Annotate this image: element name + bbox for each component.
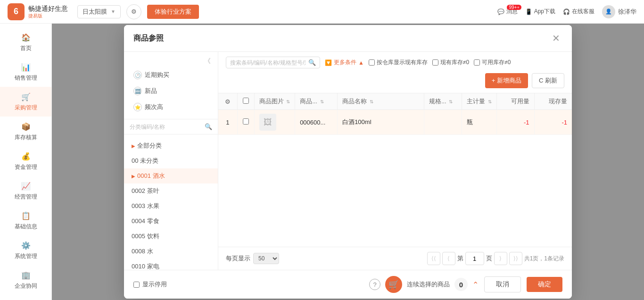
purchase-icon: 🛒	[21, 92, 31, 102]
sidebar-item-inventory[interactable]: 📦 库存核算	[0, 117, 51, 146]
cat-expand-icon: ▶	[132, 143, 135, 149]
logo-area: 6 畅捷通好生意 捷易版	[8, 3, 68, 20]
phone-icon: 📱	[525, 8, 532, 15]
system-icon: ⚙️	[21, 240, 31, 250]
logo-text: 畅捷通好生意 捷易版	[28, 4, 68, 19]
sort-icon-spec: ⇅	[449, 99, 453, 104]
table-header-row: ⚙ 商品图片 ⇅	[218, 93, 572, 110]
settings-gear-icon[interactable]: ⚙	[126, 4, 141, 19]
category-item-0005[interactable]: 0005 饮料	[124, 229, 218, 244]
app-download-nav-item[interactable]: 📱 App下载	[525, 8, 555, 16]
messages-nav-item[interactable]: 💬 消息 99++	[497, 8, 518, 16]
quick-item-recent[interactable]: 🕐 近期购买	[130, 68, 212, 82]
user-area[interactable]: 👤 徐泽华	[602, 5, 636, 18]
row-stock-qty: -1	[534, 110, 572, 135]
quick-item-new[interactable]: 🆕 新品	[130, 84, 212, 98]
per-page-select[interactable]: 50 20 100	[253, 253, 279, 264]
category-list: ▶ 全部分类 00 未分类 ▶ 0001 酒水 0002 茶	[124, 134, 218, 270]
help-icon[interactable]: ?	[369, 279, 380, 290]
category-item-0002[interactable]: 0002 茶叶	[124, 183, 218, 199]
sidebar-item-basics[interactable]: 📋 基础信息	[0, 206, 51, 235]
right-panel: 🔍 🔽 更多条件 ▲ 按仓库显示现有库存	[218, 52, 572, 270]
col-header-settings[interactable]: ⚙	[218, 93, 237, 110]
filter-arrow-icon: ▲	[358, 59, 364, 66]
sidebar-item-operations[interactable]: 📈 经营管理	[0, 176, 51, 206]
shopping-cart-icon[interactable]: 🛒	[385, 276, 402, 293]
left-panel: 《 🕐 近期购买 🆕 新品 ⭐	[124, 52, 218, 270]
sidebar-item-sales[interactable]: 📊 销售管理	[0, 57, 51, 87]
available-stock-checkbox[interactable]: 现有库存≠0	[432, 58, 469, 67]
prev-page-button[interactable]: ⟨	[442, 252, 455, 265]
next-page-button[interactable]: ⟩	[494, 252, 507, 265]
show-disabled-checkbox[interactable]: 显示停用	[133, 280, 167, 289]
sidebar-item-home[interactable]: 🏠 首页	[0, 27, 51, 57]
product-table-container: ⚙ 商品图片 ⇅	[218, 93, 572, 247]
category-item-0003[interactable]: 0003 水果	[124, 199, 218, 214]
col-header-spec: 规格... ⇅	[424, 93, 462, 110]
product-search-input[interactable]	[230, 59, 305, 66]
sidebar-item-guide[interactable]: 🎯 新手引导	[0, 295, 51, 300]
category-search-area: 🔍	[124, 119, 218, 134]
table-row[interactable]: 1 🖼 000600... 白酒100ml	[218, 110, 572, 135]
show-disabled-input[interactable]	[133, 282, 140, 288]
product-table: ⚙ 商品图片 ⇅	[218, 93, 572, 135]
sidebar-item-enterprise[interactable]: 🏢 企业协同	[0, 265, 51, 295]
page-number-input[interactable]	[465, 252, 484, 265]
product-thumbnail: 🖼	[259, 114, 276, 131]
refresh-button[interactable]: C 刷新	[532, 73, 564, 88]
inventory-icon: 📦	[21, 121, 31, 132]
confirm-button[interactable]: 确定	[527, 277, 562, 292]
select-all-checkbox[interactable]	[243, 98, 249, 104]
warehouse-display-checkbox[interactable]: 按仓库显示现有库存	[369, 58, 428, 67]
row-product-name: 白酒100ml	[338, 110, 424, 135]
search-icon[interactable]: 🔍	[308, 59, 316, 66]
col-header-checkbox[interactable]	[237, 93, 254, 110]
cart-collapse-icon[interactable]: ⌃	[472, 280, 479, 289]
modal-body: 《 🕐 近期购买 🆕 新品 ⭐	[124, 52, 572, 270]
category-item-00[interactable]: 00 未分类	[124, 153, 218, 168]
sort-icon-unit: ⇅	[488, 99, 492, 104]
content-area: 商品参照 ✕ 《 🕐 近期购买	[52, 24, 644, 300]
basics-icon: 📋	[21, 210, 31, 221]
category-item-all[interactable]: ▶ 全部分类	[124, 138, 218, 153]
category-item-0010[interactable]: 0010 家电	[124, 259, 218, 270]
toolbar-right: + 新增商品 C 刷新	[485, 73, 564, 88]
clock-icon: 🕐	[133, 71, 142, 79]
enterprise-icon: 🏢	[21, 270, 31, 280]
sidebar-item-system[interactable]: ⚙️ 系统管理	[0, 235, 51, 265]
product-reference-modal: 商品参照 ✕ 《 🕐 近期购买	[124, 25, 572, 299]
row-product-image: 🖼	[254, 110, 295, 135]
add-product-button[interactable]: + 新增商品	[485, 73, 528, 88]
category-item-0008[interactable]: 0008 水	[124, 244, 218, 259]
cancel-button[interactable]: 取消	[484, 276, 521, 292]
category-item-0004[interactable]: 0004 零食	[124, 214, 218, 229]
category-item-0001[interactable]: ▶ 0001 酒水	[124, 168, 218, 183]
sidebar-item-finance[interactable]: 💰 资金管理	[0, 146, 51, 176]
sort-icon-img: ⇅	[286, 99, 290, 104]
company-selector[interactable]: 日太阳膜 ▼	[77, 5, 121, 18]
new-icon: 🆕	[133, 87, 142, 95]
row-checkbox-cell[interactable]	[237, 110, 254, 135]
experience-button[interactable]: 体验行业方案	[147, 5, 199, 19]
filter-more-button[interactable]: 🔽 更多条件 ▲	[325, 58, 364, 67]
collapse-left-panel-button[interactable]: 《	[203, 57, 212, 66]
last-page-button[interactable]: ⟩⟩	[509, 252, 522, 265]
online-service-nav-item[interactable]: 🎧 在线客服	[563, 8, 594, 16]
quick-item-frequent[interactable]: ⭐ 频次高	[130, 100, 212, 114]
finance-icon: 💰	[21, 151, 31, 161]
col-header-image: 商品图片 ⇅	[254, 93, 295, 110]
messages-badge: 99++	[507, 5, 521, 10]
sort-icon-name: ⇅	[370, 99, 373, 104]
category-search-icon[interactable]: 🔍	[205, 123, 212, 130]
col-header-unit: 主计量 ⇅	[462, 93, 496, 110]
category-search-input[interactable]	[130, 124, 202, 130]
product-search-box: 🔍	[226, 57, 320, 68]
row-checkbox[interactable]	[243, 118, 249, 125]
sidebar-item-purchase[interactable]: 🛒 采购管理	[0, 87, 51, 117]
first-page-button[interactable]: ⟨⟨	[427, 252, 440, 265]
col-header-stock: 现存量	[534, 93, 572, 110]
usable-stock-checkbox[interactable]: 可用库存≠0	[474, 58, 511, 67]
modal-close-button[interactable]: ✕	[549, 32, 562, 45]
page-controls: ⟨⟨ ⟨ 第 页 ⟩ ⟩⟩ 共1页，1条记录	[427, 252, 564, 265]
headset-icon: 🎧	[563, 8, 570, 15]
